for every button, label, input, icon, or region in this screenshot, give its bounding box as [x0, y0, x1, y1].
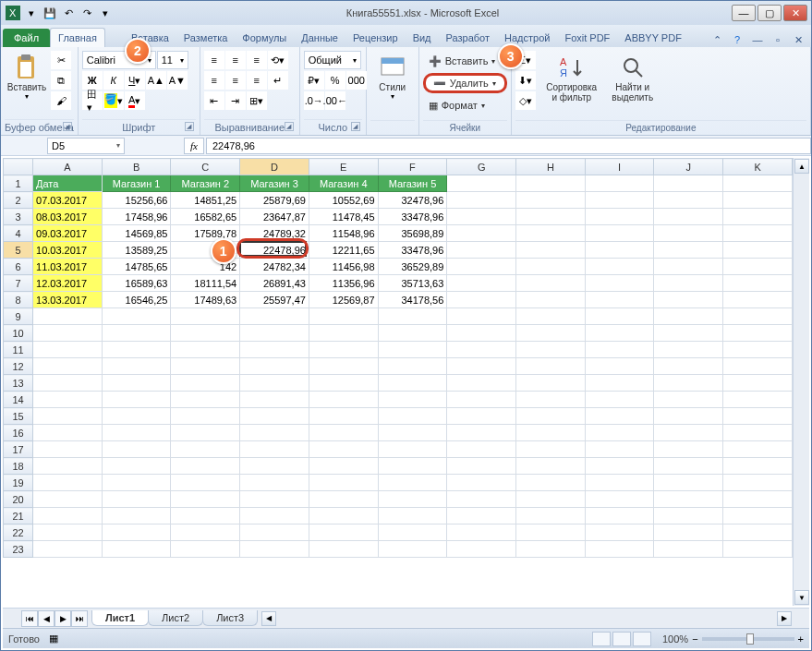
- row-header-5[interactable]: 5: [4, 242, 33, 259]
- cell[interactable]: [102, 375, 171, 392]
- sheet-last-icon[interactable]: ⏭: [71, 610, 88, 627]
- cell[interactable]: [654, 508, 723, 524]
- cell[interactable]: [240, 524, 309, 541]
- cell[interactable]: [378, 425, 447, 441]
- cell[interactable]: [516, 524, 586, 541]
- cell[interactable]: [378, 392, 447, 408]
- cell[interactable]: [585, 209, 654, 225]
- cell[interactable]: [171, 358, 240, 375]
- cell[interactable]: [309, 358, 378, 375]
- cell-B6[interactable]: 14785,65: [102, 259, 171, 275]
- font-size-combo[interactable]: 11▾: [157, 51, 188, 69]
- cell[interactable]: [309, 325, 378, 342]
- cell-D7[interactable]: 26891,43: [240, 275, 309, 292]
- cell[interactable]: [585, 292, 654, 308]
- cell[interactable]: [654, 342, 723, 358]
- cell-F4[interactable]: 35698,89: [378, 225, 447, 242]
- column-header-C[interactable]: C: [171, 159, 240, 175]
- cell[interactable]: [378, 475, 447, 491]
- bold-icon[interactable]: Ж: [82, 71, 103, 90]
- cell-A5[interactable]: 10.03.2017: [33, 242, 103, 259]
- cell[interactable]: [171, 342, 240, 358]
- cell-A6[interactable]: 11.03.2017: [33, 259, 103, 275]
- cell[interactable]: [378, 342, 447, 358]
- cell-D6[interactable]: 24782,34: [240, 259, 309, 275]
- increase-font-icon[interactable]: A▲: [146, 71, 166, 90]
- cell[interactable]: [585, 475, 654, 491]
- cell[interactable]: [309, 342, 378, 358]
- clipboard-launcher-icon[interactable]: ◢: [63, 122, 72, 131]
- cell[interactable]: [447, 408, 516, 425]
- cell[interactable]: [654, 475, 723, 491]
- row-header-9[interactable]: 9: [4, 308, 33, 325]
- cell-B5[interactable]: 13589,25: [102, 242, 171, 259]
- macro-record-icon[interactable]: ▦: [49, 633, 58, 645]
- cell[interactable]: [723, 441, 793, 458]
- cell[interactable]: [654, 425, 723, 441]
- cell-F6[interactable]: 36529,89: [378, 259, 447, 275]
- scroll-down-icon[interactable]: ▼: [794, 590, 809, 605]
- cell-A2[interactable]: 07.03.2017: [33, 192, 103, 209]
- cell[interactable]: [240, 541, 309, 558]
- cell[interactable]: [723, 425, 793, 441]
- cell[interactable]: [171, 408, 240, 425]
- view-page-break-icon[interactable]: [633, 632, 651, 646]
- cell[interactable]: [516, 242, 586, 259]
- cell[interactable]: [516, 458, 586, 475]
- cell[interactable]: [33, 358, 103, 375]
- cell[interactable]: [33, 508, 103, 524]
- orientation-icon[interactable]: ⟲▾: [268, 51, 288, 69]
- cell-C7[interactable]: 18111,54: [171, 275, 240, 292]
- cell[interactable]: [585, 541, 654, 558]
- cell[interactable]: [171, 508, 240, 524]
- cell[interactable]: [447, 292, 516, 308]
- cell[interactable]: [33, 458, 103, 475]
- merge-icon[interactable]: ⊞▾: [247, 91, 267, 110]
- sheet-next-icon[interactable]: ▶: [55, 610, 71, 627]
- cell[interactable]: [585, 491, 654, 508]
- number-launcher-icon[interactable]: ◢: [351, 122, 360, 131]
- cell[interactable]: [723, 225, 793, 242]
- decrease-indent-icon[interactable]: ⇤: [204, 91, 224, 110]
- cell[interactable]: [447, 541, 516, 558]
- cell[interactable]: [240, 458, 309, 475]
- cell[interactable]: [723, 342, 793, 358]
- column-header-G[interactable]: G: [447, 159, 516, 175]
- cell-B3[interactable]: 17458,96: [102, 209, 171, 225]
- vertical-scrollbar[interactable]: ▲ ▼: [793, 158, 809, 606]
- row-header-14[interactable]: 14: [4, 392, 33, 408]
- window-minimize-icon[interactable]: —: [750, 32, 765, 47]
- cell[interactable]: [516, 175, 586, 192]
- column-header-K[interactable]: K: [723, 159, 793, 175]
- scroll-up-icon[interactable]: ▲: [794, 159, 809, 174]
- cell[interactable]: [447, 508, 516, 524]
- paste-button[interactable]: Вставить ▾: [5, 51, 49, 102]
- select-all-corner[interactable]: [4, 159, 33, 175]
- cell[interactable]: [378, 308, 447, 325]
- namebox-dropdown-icon[interactable]: ▾: [116, 141, 120, 150]
- cell[interactable]: [654, 358, 723, 375]
- cell[interactable]: [171, 541, 240, 558]
- cell[interactable]: [447, 441, 516, 458]
- cell[interactable]: [171, 425, 240, 441]
- cell[interactable]: [585, 325, 654, 342]
- format-painter-icon[interactable]: 🖌: [51, 91, 71, 110]
- cell[interactable]: [447, 425, 516, 441]
- minimize-button[interactable]: —: [732, 5, 756, 21]
- tab-data[interactable]: Данные: [294, 29, 345, 47]
- help-icon[interactable]: ?: [730, 32, 745, 47]
- cell[interactable]: [516, 292, 586, 308]
- cell[interactable]: [516, 275, 586, 292]
- cell-A8[interactable]: 13.03.2017: [33, 292, 103, 308]
- cell[interactable]: [33, 392, 103, 408]
- cell[interactable]: [240, 308, 309, 325]
- styles-button[interactable]: Стили ▾: [370, 51, 415, 102]
- format-cells-button[interactable]: ▦ Формат ▾: [423, 95, 507, 115]
- cell[interactable]: [516, 508, 586, 524]
- header-cell[interactable]: Магазин 1: [102, 175, 171, 192]
- column-header-E[interactable]: E: [309, 159, 378, 175]
- cell[interactable]: [447, 308, 516, 325]
- align-bottom-icon[interactable]: ≡: [247, 51, 267, 69]
- cell[interactable]: [378, 408, 447, 425]
- cell[interactable]: [723, 508, 793, 524]
